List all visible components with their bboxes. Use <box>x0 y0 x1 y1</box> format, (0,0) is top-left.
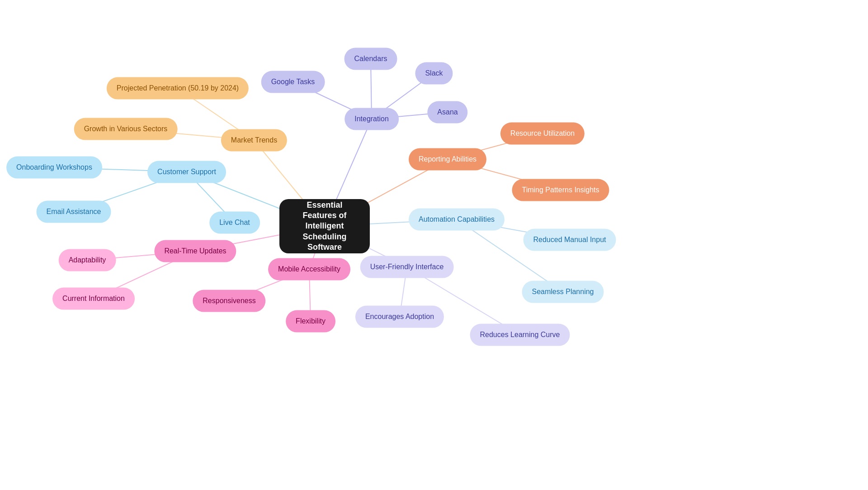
node-calendars: Calendars <box>344 48 397 70</box>
node-live-chat: Live Chat <box>209 212 260 234</box>
node-current-info: Current Information <box>52 288 135 310</box>
node-responsiveness: Responsiveness <box>193 290 265 312</box>
node-integration: Integration <box>344 108 399 130</box>
node-google-tasks: Google Tasks <box>261 71 325 93</box>
node-user-friendly: User-Friendly Interface <box>360 256 454 278</box>
node-encourages-adoption: Encourages Adoption <box>355 306 444 328</box>
node-market-trends: Market Trends <box>221 129 287 152</box>
node-slack: Slack <box>415 62 453 85</box>
node-reduced-manual: Reduced Manual Input <box>524 229 616 251</box>
node-seamless-planning: Seamless Planning <box>522 281 604 303</box>
node-timing-patterns: Timing Patterns Insights <box>512 179 609 201</box>
node-real-time: Real-Time Updates <box>154 240 236 262</box>
node-automation: Automation Capabilities <box>409 209 505 231</box>
node-mobile-access: Mobile Accessibility <box>268 258 350 281</box>
node-email-assist: Email Assistance <box>37 201 111 223</box>
node-reporting: Reporting Abilities <box>409 148 486 171</box>
node-customer-support: Customer Support <box>147 161 226 183</box>
node-resource-util: Resource Utilization <box>500 123 585 145</box>
node-reduces-learning: Reduces Learning Curve <box>470 324 570 346</box>
node-adaptability: Adaptability <box>59 249 116 271</box>
center-node: Essential Features of Intelligent Schedu… <box>279 199 370 253</box>
node-asana: Asana <box>427 101 467 124</box>
node-growth: Growth in Various Sectors <box>74 118 178 140</box>
node-projected: Projected Penetration (50.19 by 2024) <box>107 77 249 100</box>
node-flexibility: Flexibility <box>286 310 335 333</box>
node-onboarding: Onboarding Workshops <box>6 157 102 179</box>
